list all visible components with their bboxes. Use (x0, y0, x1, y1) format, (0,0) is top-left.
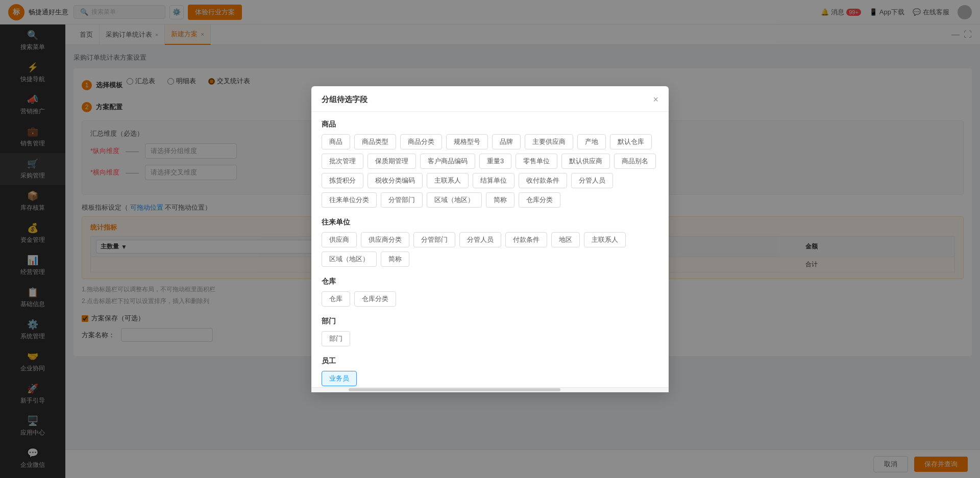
field-tag[interactable]: 产地 (577, 134, 606, 149)
modal-close-button[interactable]: × (653, 94, 658, 105)
field-list-warehouse: 仓库 仓库分类 (322, 291, 658, 307)
field-group-employee-title: 员工 (322, 357, 658, 366)
field-tag[interactable]: 保质期管理 (368, 154, 416, 169)
field-group-partner: 往来单位 供应商 供应商分类 分管部门 分管人员 付款条件 地区 主联系人 区域… (322, 218, 658, 267)
field-group-employee: 员工 业务员 (322, 357, 658, 386)
modal-title: 分组待选字段 (322, 95, 368, 105)
field-tag[interactable]: 供应商分类 (361, 232, 409, 247)
modal-body: 商品 商品 商品类型 商品分类 规格型号 品牌 主要供应商 产地 默认仓库 批次… (311, 112, 669, 388)
modal-h-scrollbar-thumb (349, 388, 560, 391)
field-list-goods: 商品 商品类型 商品分类 规格型号 品牌 主要供应商 产地 默认仓库 批次管理 … (322, 134, 658, 208)
field-tag[interactable]: 简称 (381, 251, 409, 267)
field-tag[interactable]: 区域（地区） (427, 192, 482, 208)
field-tag[interactable]: 分管部门 (381, 192, 423, 208)
field-tag-employee[interactable]: 业务员 (322, 371, 357, 386)
modal-h-scrollbar[interactable] (311, 387, 669, 392)
field-tag[interactable]: 部门 (322, 331, 350, 346)
field-tag[interactable]: 商品别名 (614, 154, 656, 169)
field-group-goods: 商品 商品 商品类型 商品分类 规格型号 品牌 主要供应商 产地 默认仓库 批次… (322, 120, 658, 208)
field-tag[interactable]: 商品类型 (354, 134, 396, 149)
field-list-dept: 部门 (322, 331, 658, 346)
field-tag[interactable]: 分管人员 (571, 173, 613, 188)
field-tag[interactable]: 供应商 (322, 232, 357, 247)
field-tag[interactable]: 收付款条件 (519, 173, 567, 188)
field-tag[interactable]: 区域（地区） (322, 251, 377, 267)
field-list-partner: 供应商 供应商分类 分管部门 分管人员 付款条件 地区 主联系人 区域（地区） … (322, 232, 658, 267)
modal-header: 分组待选字段 × (311, 86, 669, 112)
field-tag[interactable]: 品牌 (492, 134, 521, 149)
field-tag[interactable]: 往来单位分类 (322, 192, 377, 208)
field-tag[interactable]: 仓库 (322, 291, 350, 307)
field-tag[interactable]: 付款条件 (505, 232, 547, 247)
field-tag[interactable]: 客户商品编码 (420, 154, 475, 169)
field-tag[interactable]: 规格型号 (446, 134, 488, 149)
field-list-employee: 业务员 (322, 371, 658, 386)
field-tag[interactable]: 零售单位 (516, 154, 557, 169)
field-group-partner-title: 往来单位 (322, 218, 658, 227)
field-group-goods-title: 商品 (322, 120, 658, 129)
field-tag[interactable]: 默认供应商 (561, 154, 610, 169)
field-group-warehouse-title: 仓库 (322, 277, 658, 286)
field-tag[interactable]: 主联系人 (584, 232, 626, 247)
field-tag[interactable]: 批次管理 (322, 154, 363, 169)
field-tag[interactable]: 拣货积分 (322, 173, 363, 188)
field-group-warehouse: 仓库 仓库 仓库分类 (322, 277, 658, 307)
field-group-dept-title: 部门 (322, 317, 658, 326)
field-tag[interactable]: 分管部门 (413, 232, 455, 247)
field-tag[interactable]: 简称 (486, 192, 514, 208)
modal-dialog: 分组待选字段 × 商品 商品 商品类型 商品分类 规格型号 品牌 主要供应商 产… (311, 86, 669, 392)
field-tag[interactable]: 商品 (322, 134, 350, 149)
modal-overlay: 分组待选字段 × 商品 商品 商品类型 商品分类 规格型号 品牌 主要供应商 产… (0, 0, 980, 478)
field-tag[interactable]: 地区 (551, 232, 580, 247)
field-tag[interactable]: 主联系人 (427, 173, 469, 188)
field-tag[interactable]: 仓库分类 (354, 291, 396, 307)
field-tag[interactable]: 商品分类 (400, 134, 442, 149)
field-tag[interactable]: 结算单位 (473, 173, 514, 188)
field-tag[interactable]: 默认仓库 (610, 134, 652, 149)
field-group-dept: 部门 部门 (322, 317, 658, 346)
field-tag[interactable]: 分管人员 (459, 232, 501, 247)
field-tag[interactable]: 仓库分类 (519, 192, 560, 208)
field-tag[interactable]: 重量3 (479, 154, 511, 169)
field-tag[interactable]: 税收分类编码 (368, 173, 423, 188)
field-tag[interactable]: 主要供应商 (525, 134, 573, 149)
